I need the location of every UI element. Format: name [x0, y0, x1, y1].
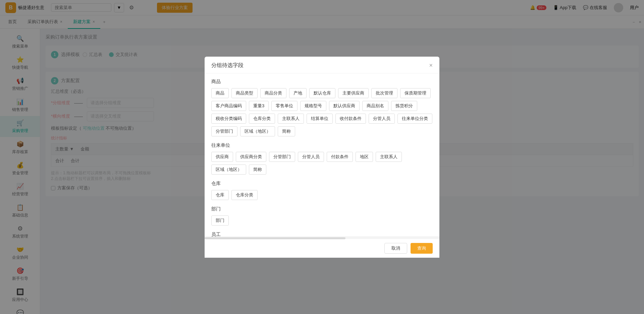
- section-dept-fields: 部门: [211, 215, 433, 226]
- field-region[interactable]: 区域（地区）: [240, 126, 275, 136]
- modal-header: 分组待选字段 ×: [205, 57, 439, 73]
- field-goods[interactable]: 商品: [211, 88, 229, 98]
- section-employee-title: 员工: [211, 232, 433, 237]
- field-area[interactable]: 地区: [356, 152, 373, 162]
- field-supervisor[interactable]: 分管人员: [369, 114, 395, 124]
- section-goods-fields: 商品 商品类型 商品分类 产地 默认仓库 主要供应商 批次管理 保质期管理 客户…: [211, 88, 433, 136]
- hscroll-thumb: [205, 237, 345, 239]
- section-goods-title: 商品: [211, 79, 433, 85]
- cancel-button[interactable]: 取消: [384, 243, 407, 254]
- field-partner-category[interactable]: 往来单位分类: [397, 114, 432, 124]
- field-partner-supervisor[interactable]: 分管人员: [298, 152, 324, 162]
- field-main-supplier[interactable]: 主要供应商: [338, 88, 369, 98]
- field-expiry-mgmt[interactable]: 保质期管理: [400, 88, 431, 98]
- section-partner-title: 往来单位: [211, 142, 433, 148]
- field-tax-code[interactable]: 税收分类编码: [211, 114, 246, 124]
- field-supplier-cat[interactable]: 供应商分类: [236, 152, 266, 162]
- section-dept: 部门 部门: [211, 206, 433, 226]
- field-supplier[interactable]: 供应商: [211, 152, 233, 162]
- section-warehouse: 仓库 仓库 仓库分类: [211, 181, 433, 200]
- modal-hscrollbar[interactable]: [205, 237, 439, 239]
- confirm-button[interactable]: 查询: [411, 243, 433, 254]
- field-payment-terms[interactable]: 收付款条件: [335, 114, 366, 124]
- field-spec-model[interactable]: 规格型号: [300, 101, 326, 111]
- section-partner-fields: 供应商 供应商分类 分管部门 分管人员 付款条件 地区 主联系人 区域（地区） …: [211, 152, 433, 175]
- field-partner-contact[interactable]: 主联系人: [376, 152, 402, 162]
- field-default-warehouse[interactable]: 默认仓库: [309, 88, 335, 98]
- field-goods-category[interactable]: 商品分类: [260, 88, 286, 98]
- field-department[interactable]: 部门: [211, 215, 229, 226]
- field-partner-abbr[interactable]: 简称: [249, 165, 266, 175]
- section-partner: 往来单位 供应商 供应商分类 分管部门 分管人员 付款条件 地区 主联系人 区域…: [211, 142, 433, 175]
- field-settlement-unit[interactable]: 结算单位: [307, 114, 333, 124]
- field-retail-unit[interactable]: 零售单位: [271, 101, 298, 111]
- modal-body: 商品 商品 商品类型 商品分类 产地 默认仓库 主要供应商 批次管理 保质期管理…: [205, 73, 439, 237]
- section-dept-title: 部门: [211, 206, 433, 212]
- modal: 分组待选字段 × 商品 商品 商品类型 商品分类 产地 默认仓库 主要供应商 批…: [205, 57, 439, 258]
- field-batch-mgmt[interactable]: 批次管理: [371, 88, 397, 98]
- field-customer-code[interactable]: 客户商品编码: [211, 101, 246, 111]
- field-origin[interactable]: 产地: [289, 88, 307, 98]
- field-main-contact[interactable]: 主联系人: [278, 114, 304, 124]
- field-warehouse[interactable]: 仓库: [211, 190, 229, 200]
- field-default-supplier[interactable]: 默认供应商: [329, 101, 360, 111]
- field-payment-cond[interactable]: 付款条件: [327, 152, 353, 162]
- field-abbr[interactable]: 简称: [278, 126, 295, 136]
- modal-close-button[interactable]: ×: [429, 62, 433, 69]
- modal-title: 分组待选字段: [211, 62, 244, 69]
- modal-overlay: 分组待选字段 × 商品 商品 商品类型 商品分类 产地 默认仓库 主要供应商 批…: [0, 0, 644, 314]
- field-partner-region[interactable]: 区域（地区）: [211, 165, 246, 175]
- field-weight[interactable]: 重量3: [249, 101, 269, 111]
- section-employee: 员工 业务员: [211, 232, 433, 237]
- modal-footer: 取消 查询: [205, 239, 439, 258]
- section-goods: 商品 商品 商品类型 商品分类 产地 默认仓库 主要供应商 批次管理 保质期管理…: [211, 79, 433, 136]
- field-pick-points[interactable]: 拣货积分: [391, 101, 417, 111]
- field-warehouse-cat[interactable]: 仓库分类: [231, 190, 258, 200]
- field-goods-type[interactable]: 商品类型: [231, 88, 258, 98]
- field-dept[interactable]: 分管部门: [211, 126, 237, 136]
- field-goods-alias[interactable]: 商品别名: [362, 101, 388, 111]
- section-warehouse-fields: 仓库 仓库分类: [211, 190, 433, 200]
- section-warehouse-title: 仓库: [211, 181, 433, 187]
- field-partner-dept[interactable]: 分管部门: [269, 152, 295, 162]
- field-wh-category[interactable]: 仓库分类: [249, 114, 275, 124]
